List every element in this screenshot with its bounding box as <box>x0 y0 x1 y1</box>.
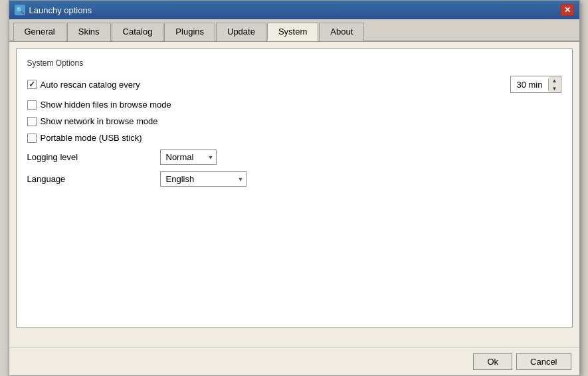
title-bar-left: 🔍 Launchy options <box>15 5 92 15</box>
language-select-wrapper: English French German Spanish ▼ <box>160 171 246 187</box>
show-network-label: Show network in browse mode <box>41 116 158 126</box>
ok-button[interactable]: Ok <box>473 353 512 370</box>
logging-level-select[interactable]: Normal Debug None <box>160 149 217 165</box>
portable-mode-row: Portable mode (USB stick) <box>27 133 561 143</box>
spinbox-down[interactable]: ▼ <box>549 84 561 92</box>
show-network-checkbox-wrapper[interactable]: Show network in browse mode <box>27 116 158 126</box>
content-area: System Options Auto rescan catalog every… <box>9 42 579 347</box>
logging-level-row: Logging level Normal Debug None ▼ <box>27 149 561 165</box>
show-hidden-label: Show hidden files in browse mode <box>41 100 171 110</box>
title-bar: 🔍 Launchy options ✕ <box>9 1 579 19</box>
auto-rescan-left: Auto rescan catalog every <box>27 80 140 90</box>
auto-rescan-checkbox[interactable] <box>27 80 37 89</box>
spinbox-up[interactable]: ▲ <box>549 76 561 84</box>
show-hidden-checkbox-wrapper[interactable]: Show hidden files in browse mode <box>27 100 171 110</box>
tab-bar: General Skins Catalog Plugins Update Sys… <box>9 19 579 42</box>
footer: Ok Cancel <box>9 347 579 375</box>
auto-rescan-label: Auto rescan catalog every <box>41 80 140 90</box>
tab-update[interactable]: Update <box>216 23 266 41</box>
portable-mode-label: Portable mode (USB stick) <box>41 133 142 143</box>
cancel-button[interactable]: Cancel <box>516 353 571 370</box>
show-hidden-checkbox[interactable] <box>27 100 37 110</box>
logging-level-select-wrapper: Normal Debug None ▼ <box>160 149 217 165</box>
spinbox-value: 30 min <box>511 78 548 91</box>
tab-about[interactable]: About <box>319 23 364 41</box>
tab-general[interactable]: General <box>13 23 66 41</box>
auto-rescan-row: Auto rescan catalog every 30 min ▲ ▼ <box>27 76 561 93</box>
group-title: System Options <box>27 58 561 68</box>
tab-system[interactable]: System <box>267 23 318 41</box>
show-network-row: Show network in browse mode <box>27 116 561 126</box>
language-label: Language <box>27 174 160 184</box>
language-row: Language English French German Spanish ▼ <box>27 171 561 187</box>
tab-catalog[interactable]: Catalog <box>112 23 164 41</box>
auto-rescan-checkbox-wrapper[interactable]: Auto rescan catalog every <box>27 80 140 90</box>
show-hidden-row: Show hidden files in browse mode <box>27 100 561 110</box>
system-options-group: System Options Auto rescan catalog every… <box>16 48 573 328</box>
close-button[interactable]: ✕ <box>561 4 574 16</box>
portable-mode-checkbox[interactable] <box>27 134 37 143</box>
spinbox-arrows: ▲ ▼ <box>549 76 561 92</box>
language-select[interactable]: English French German Spanish <box>160 171 246 187</box>
main-window: 🔍 Launchy options ✕ General Skins Catalo… <box>9 0 580 376</box>
window-title: Launchy options <box>29 5 92 15</box>
tab-plugins[interactable]: Plugins <box>164 23 215 41</box>
show-network-checkbox[interactable] <box>27 117 37 126</box>
portable-mode-checkbox-wrapper[interactable]: Portable mode (USB stick) <box>27 133 142 143</box>
logging-level-label: Logging level <box>27 152 160 162</box>
app-icon: 🔍 <box>15 5 25 15</box>
tab-skins[interactable]: Skins <box>67 23 111 41</box>
rescan-spinbox[interactable]: 30 min ▲ ▼ <box>510 76 561 93</box>
